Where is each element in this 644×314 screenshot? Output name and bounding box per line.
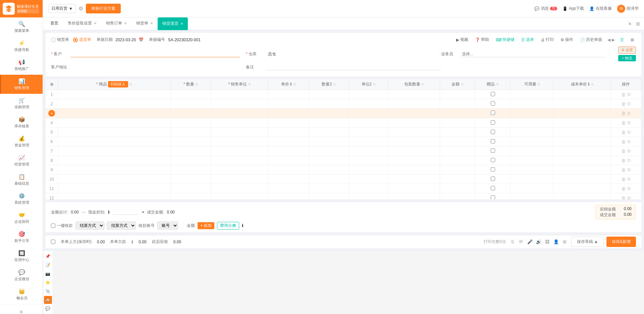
shortcut-key-btn[interactable]: ⌨ 快捷键 [494,36,517,43]
right-panel-chat-btn[interactable]: 💬 [44,305,52,313]
cell-available[interactable] [511,118,554,128]
cell-unit2[interactable] [348,128,388,137]
cell-price[interactable] [268,184,309,193]
online-service-btn[interactable]: 👤 在线客服 [589,6,612,11]
delete-row-btn[interactable]: 🗑 [621,167,626,173]
tool-s-icon[interactable]: S [509,238,516,246]
table-gear-icon[interactable]: ⚙ [50,82,54,87]
cell-available[interactable] [511,146,554,156]
view-grid-btn[interactable]: ⊞ [629,37,636,43]
customer-input[interactable] [70,51,240,57]
cell-amount[interactable] [440,193,475,200]
cell-pack-qty[interactable] [388,146,440,156]
address-dots[interactable]: ··· [73,65,76,70]
delete-row-btn[interactable]: 🗑 [621,120,626,126]
cell-cost-price[interactable] [554,193,611,200]
cell-amount[interactable] [440,156,475,165]
add-row-btn[interactable]: + [48,110,55,117]
cell-cost-price[interactable] [554,165,611,175]
cell-gift[interactable] [475,99,510,109]
cell-qty[interactable] [170,184,211,193]
delete-row-btn[interactable]: 🗑 [621,148,626,154]
right-panel-img-btn[interactable]: 📷 [44,270,52,278]
tool-person-icon[interactable]: 👤 [552,238,560,246]
cell-product[interactable] [58,137,171,146]
copy-row-btn[interactable]: ⧉ [627,129,631,135]
cell-qty[interactable] [170,193,211,200]
tab-home[interactable]: 首页 [46,17,63,30]
sidebar-item-basic[interactable]: 📋 基础信息 [0,170,43,189]
save-draft-btn[interactable]: 保存草稿 ▲ [571,237,604,247]
history-prev-btn[interactable]: ◀ [607,37,611,43]
cell-qty[interactable] [170,156,211,165]
cell-qty2[interactable] [309,175,349,184]
sort-icon[interactable]: ⇅ [333,82,336,86]
cell-price[interactable] [268,90,309,99]
staff-dots[interactable]: ··· [609,52,613,56]
cell-gift[interactable] [475,175,510,184]
cell-unit2[interactable] [348,99,388,109]
cell-product[interactable] [58,193,171,200]
cell-available[interactable] [511,165,554,175]
radio-sales[interactable]: 销货单 [51,37,69,43]
gift-checkbox[interactable] [491,139,495,143]
cash-discount-input[interactable] [112,210,139,215]
cell-price[interactable] [268,99,309,109]
cell-unit2[interactable] [348,193,388,200]
cell-product[interactable] [58,118,171,128]
message-btn[interactable]: 💬 消息 70 [534,6,557,11]
delete-row-btn[interactable]: 🗑 [621,186,626,191]
cell-pack-qty[interactable] [388,193,440,200]
cell-gift[interactable] [475,90,510,99]
cell-pack-qty[interactable] [388,118,440,128]
cell-product[interactable] [58,175,171,184]
delete-row-btn[interactable]: 🗑 [621,92,626,97]
cell-unit[interactable] [211,128,268,137]
account-dots[interactable]: ··· [181,223,184,228]
gift-checkbox[interactable] [491,92,495,96]
gift-checkbox[interactable] [491,167,495,172]
calendar-icon[interactable]: 📅 [139,38,144,42]
cell-qty2[interactable] [309,128,349,137]
sidebar-item-management[interactable]: 📈 经营管理 [0,151,43,170]
sidebar-item-finance[interactable]: 💰 资金管理 [0,132,43,151]
copy-row-btn[interactable]: ⧉ [627,91,631,97]
cell-unit[interactable] [211,175,268,184]
one-click-pay-checkbox[interactable]: 一键收款 [51,223,73,229]
cell-product[interactable] [58,156,171,165]
sidebar-item-search[interactable]: 🔍 搜索菜单 [0,17,43,37]
product-input[interactable] [61,111,168,116]
sidebar-item-shortcut[interactable]: ⚡ 快捷导航 [0,37,43,56]
summary-method-select[interactable]: 结算方式 [107,222,136,230]
print-btn[interactable]: 🖨 打印 [539,36,556,43]
cell-amount[interactable] [440,184,475,193]
cell-cost-price[interactable] [554,90,611,99]
cell-qty2[interactable] [309,137,349,146]
tab-close-icon[interactable]: ✕ [124,21,127,25]
sort-icon[interactable]: ⇅ [421,82,424,86]
cell-amount[interactable] [440,118,475,128]
sidebar-item-apps[interactable]: 🔲 应用中心 [0,247,43,266]
logistics-btn[interactable]: + 物流 [618,55,636,61]
sort-icon[interactable]: ⇅ [591,82,594,86]
draft-dropdown-icon[interactable]: ▲ [594,239,598,244]
cell-pack-qty[interactable] [388,165,440,175]
tool-img-icon[interactable]: 🖼 [544,238,551,246]
cell-amount[interactable] [440,99,475,109]
cell-unit2[interactable] [348,184,388,193]
cell-pack-qty[interactable] [388,175,440,184]
cell-available[interactable] [511,109,554,118]
delete-row-btn[interactable]: 🗑 [621,130,626,135]
cell-qty[interactable] [170,109,211,118]
cell-qty[interactable] [170,165,211,175]
tab-close-icon[interactable]: ✕ [150,21,153,25]
gift-checkbox[interactable] [491,120,495,125]
cell-unit[interactable] [211,193,268,200]
sidebar-settings-btn[interactable]: ⚙ [0,307,43,314]
expense-split-btn[interactable]: 费用分摊 [217,222,239,230]
cell-unit[interactable] [211,184,268,193]
cell-product[interactable] [58,99,171,109]
cell-amount[interactable] [440,165,475,175]
delete-row-btn[interactable]: 🗑 [621,111,626,116]
right-panel-pin-btn[interactable]: 📌 [44,252,52,260]
